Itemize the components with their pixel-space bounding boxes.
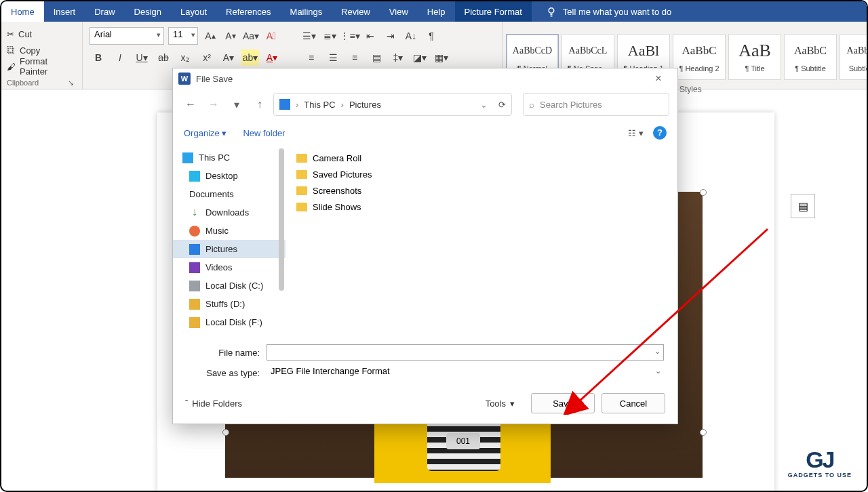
- cancel-button[interactable]: Cancel: [601, 393, 665, 413]
- align-center-button[interactable]: ☰: [324, 49, 342, 66]
- tree-item-documents[interactable]: Documents: [173, 185, 285, 203]
- justify-button[interactable]: ▤: [368, 49, 385, 66]
- scissors-icon: ✂: [7, 29, 14, 39]
- tell-me-search[interactable]: Tell me what you want to do: [545, 5, 671, 18]
- save-button[interactable]: Save: [531, 393, 595, 413]
- tab-layout[interactable]: Layout: [171, 1, 216, 22]
- nav-back-button[interactable]: ←: [181, 95, 200, 114]
- layout-icon: ▤: [798, 200, 808, 213]
- decrease-indent-button[interactable]: ⇤: [362, 28, 378, 44]
- font-color-button[interactable]: A▾: [263, 49, 281, 66]
- style-subtitle[interactable]: AaBbC¶ Subtitle: [784, 34, 837, 80]
- view-options-button[interactable]: ☷ ▾: [628, 128, 644, 138]
- chevron-down-icon[interactable]: ⌄: [655, 367, 661, 375]
- tab-mailings[interactable]: Mailings: [281, 1, 332, 22]
- italic-button[interactable]: I: [111, 49, 129, 66]
- tree-item-stuffs-d-[interactable]: Stuffs (D:): [173, 295, 285, 313]
- multilevel-button[interactable]: ⋮≡▾: [342, 28, 358, 44]
- chevron-down-icon[interactable]: ⌄: [654, 347, 660, 356]
- shading-button[interactable]: ◪▾: [411, 49, 429, 66]
- new-folder-button[interactable]: New folder: [243, 128, 285, 138]
- hide-folders-button[interactable]: ˆHide Folders: [185, 398, 242, 409]
- tree-item-downloads[interactable]: ↓Downloads: [173, 203, 285, 222]
- folder-screenshots[interactable]: Screenshots: [296, 182, 667, 199]
- grow-font-button[interactable]: A▴: [202, 28, 218, 44]
- address-bar[interactable]: › This PC › Pictures ⌄ ⟳: [273, 93, 512, 116]
- search-input[interactable]: ⌕ Search Pictures: [523, 93, 669, 116]
- chevron-down-icon[interactable]: ⌄: [480, 100, 488, 110]
- increase-indent-button[interactable]: ⇥: [382, 28, 399, 44]
- underline-button[interactable]: U▾: [133, 49, 151, 66]
- tree-item-local-disk-f-[interactable]: Local Disk (F:): [173, 313, 285, 331]
- tab-help[interactable]: Help: [418, 1, 455, 22]
- style-title[interactable]: AaB¶ Title: [728, 34, 781, 80]
- font-family-select[interactable]: Arial: [90, 27, 164, 45]
- style-subtleem[interactable]: AaBbCcLSubtle Em: [840, 34, 867, 80]
- tree-item-music[interactable]: Music: [173, 222, 285, 240]
- refresh-button[interactable]: ⟳: [498, 100, 506, 110]
- clear-formatting-button[interactable]: A⃠: [263, 28, 279, 44]
- word-icon: W: [178, 73, 191, 85]
- help-button[interactable]: ?: [653, 126, 667, 140]
- tab-picture-format[interactable]: Picture Format: [455, 1, 532, 22]
- line-spacing-button[interactable]: ‡▾: [389, 49, 407, 66]
- folder-camera-roll[interactable]: Camera Roll: [296, 150, 667, 166]
- nav-up-button[interactable]: ↑: [250, 95, 269, 114]
- save-type-select[interactable]: JPEG File Interchange Format⌄: [267, 365, 664, 381]
- breadcrumb-root[interactable]: This PC: [304, 100, 335, 110]
- file-list: Camera RollSaved PicturesScreenshotsSlid…: [285, 146, 677, 338]
- sort-button[interactable]: A↓: [403, 28, 419, 44]
- align-left-button[interactable]: ≡: [302, 49, 320, 66]
- tab-view[interactable]: View: [380, 1, 418, 22]
- borders-button[interactable]: ▦▾: [433, 49, 450, 66]
- tab-references[interactable]: References: [216, 1, 280, 22]
- resize-handle[interactable]: [700, 429, 707, 436]
- numbering-button[interactable]: ≣▾: [321, 28, 338, 44]
- superscript-button[interactable]: x²: [198, 49, 216, 66]
- organize-button[interactable]: Organize ▾: [184, 128, 226, 138]
- align-right-button[interactable]: ≡: [346, 49, 363, 66]
- cut-button[interactable]: ✂Cut: [7, 26, 77, 42]
- nav-forward-button[interactable]: →: [204, 95, 223, 114]
- file-save-dialog: W File Save × ← → ▾ ↑ › This PC › Pictur…: [172, 68, 678, 424]
- tab-draw[interactable]: Draw: [85, 1, 124, 22]
- text-effects-button[interactable]: A▾: [220, 49, 237, 66]
- tree-item-videos[interactable]: Videos: [173, 258, 285, 276]
- folder-slide-shows[interactable]: Slide Shows: [296, 199, 667, 215]
- file-name-input[interactable]: ⌄: [267, 344, 664, 361]
- style-heading2[interactable]: AaBbC¶ Heading 2: [673, 34, 726, 80]
- layout-options-button[interactable]: ▤: [791, 194, 815, 218]
- bullets-button[interactable]: ☰▾: [301, 28, 317, 44]
- nav-recent-button[interactable]: ▾: [227, 95, 246, 114]
- dialog-launcher-icon[interactable]: ↘: [68, 79, 74, 87]
- subscript-button[interactable]: x₂: [176, 49, 194, 66]
- scrollbar-thumb[interactable]: [279, 148, 284, 291]
- shrink-font-button[interactable]: A▾: [222, 28, 239, 44]
- folder-saved-pictures[interactable]: Saved Pictures: [296, 166, 667, 182]
- breadcrumb-leaf[interactable]: Pictures: [349, 100, 381, 110]
- chevron-right-icon: ›: [341, 100, 344, 110]
- tab-home[interactable]: Home: [1, 1, 44, 22]
- tools-menu[interactable]: Tools▾: [486, 398, 515, 409]
- tab-design[interactable]: Design: [125, 1, 171, 22]
- lightbulb-icon: [545, 5, 557, 18]
- highlight-button[interactable]: ab▾: [241, 49, 259, 66]
- tree-item-this-pc[interactable]: This PC: [173, 148, 285, 167]
- tree-item-pictures[interactable]: Pictures: [173, 240, 285, 258]
- strikethrough-button[interactable]: ab: [155, 49, 172, 66]
- bold-button[interactable]: B: [90, 49, 107, 66]
- styles-group-label: Styles: [679, 85, 702, 94]
- show-marks-button[interactable]: ¶: [423, 28, 439, 44]
- tree-item-desktop[interactable]: Desktop: [173, 167, 285, 185]
- font-size-select[interactable]: 11: [168, 27, 198, 45]
- close-button[interactable]: ×: [645, 73, 672, 85]
- resize-handle[interactable]: [700, 189, 707, 196]
- format-painter-button[interactable]: 🖌Format Painter: [7, 58, 77, 75]
- ribbon-tabs: Home Insert Draw Design Layout Reference…: [1, 1, 867, 22]
- change-case-button[interactable]: Aa▾: [243, 28, 259, 44]
- tree-item-local-disk-c-[interactable]: Local Disk (C:): [173, 276, 285, 295]
- tab-review[interactable]: Review: [332, 1, 380, 22]
- resize-handle[interactable]: [222, 429, 229, 436]
- copy-label: Copy: [20, 45, 40, 56]
- tab-insert[interactable]: Insert: [44, 1, 85, 22]
